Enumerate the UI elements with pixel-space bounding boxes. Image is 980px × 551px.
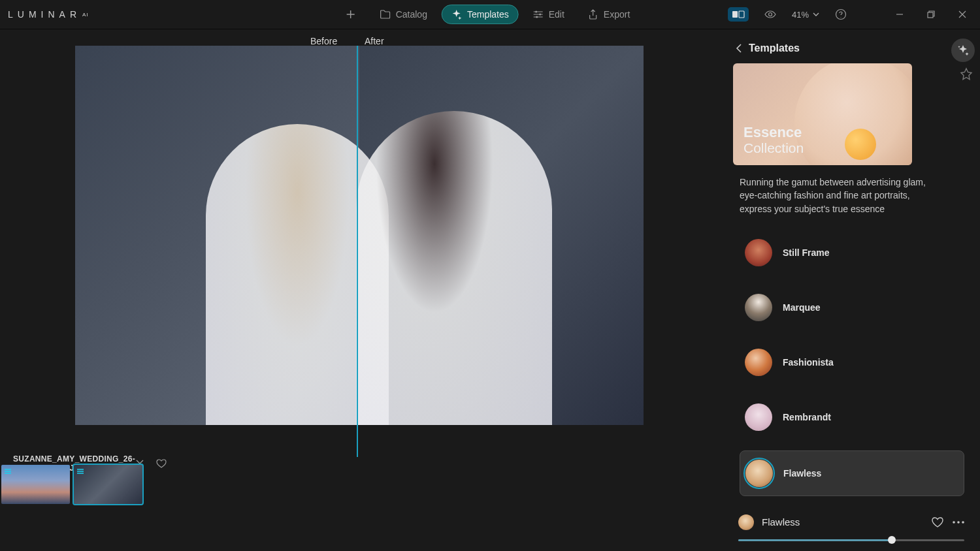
applied-thumbnail <box>738 514 754 530</box>
close-button[interactable] <box>953 5 972 24</box>
nav-label: Edit <box>549 9 564 20</box>
sparkle-icon <box>451 9 462 20</box>
nav-edit[interactable]: Edit <box>524 5 574 24</box>
preview-button[interactable] <box>760 5 780 24</box>
svg-point-1 <box>539 14 541 16</box>
compare-divider-extension <box>357 59 358 457</box>
slider-fill <box>738 539 892 541</box>
svg-point-0 <box>535 11 537 13</box>
favorite-button[interactable] <box>156 459 167 468</box>
svg-point-10 <box>962 521 964 524</box>
compare-icon <box>732 10 745 19</box>
template-name: Fashionista <box>783 357 834 368</box>
minimize-icon <box>896 10 904 18</box>
more-icon <box>953 521 964 524</box>
heart-icon <box>156 459 167 468</box>
template-name: Rembrandt <box>783 412 831 422</box>
svg-point-8 <box>953 521 955 524</box>
heart-icon <box>932 517 943 527</box>
help-icon <box>835 8 847 20</box>
template-list: Still Frame Marquee Fashionista Rembrand… <box>720 231 980 496</box>
template-thumbnail <box>745 460 773 487</box>
template-item-rembrandt[interactable]: Rembrandt <box>740 396 964 439</box>
zoom-value: 41% <box>792 10 809 20</box>
titlebar: LUMINARAI Catalog Templates Edit Export <box>0 0 980 29</box>
image-viewport[interactable] <box>75 46 644 425</box>
nav-label: Catalog <box>396 9 427 20</box>
after-label: After <box>365 36 384 46</box>
close-icon <box>958 10 966 18</box>
svg-rect-7 <box>928 12 933 18</box>
svg-point-5 <box>768 13 772 16</box>
zoom-control[interactable]: 41% <box>792 10 819 20</box>
template-item-still-frame[interactable]: Still Frame <box>740 231 964 274</box>
template-thumbnail <box>745 403 772 431</box>
sidebar-title: Templates <box>749 42 800 54</box>
right-controls: 41% <box>728 5 972 24</box>
template-item-marquee[interactable]: Marquee <box>740 286 964 329</box>
template-name: Flawless <box>783 468 821 479</box>
template-item-flawless[interactable]: Flawless <box>740 450 964 496</box>
plus-icon <box>346 9 356 20</box>
canvas-area: Before After SUZANNE_AMY_WEDDING_26-09-2… <box>0 29 720 551</box>
app-name: LUMINAR <box>8 9 81 20</box>
eye-icon <box>764 10 777 19</box>
nav-templates[interactable]: Templates <box>442 5 519 24</box>
template-menu-button[interactable] <box>953 521 964 524</box>
minimize-button[interactable] <box>890 5 909 24</box>
templates-sidebar: Templates Essence Collection Running the… <box>720 29 980 551</box>
folder-icon <box>380 9 391 20</box>
sparkle-icon <box>956 44 970 57</box>
back-button[interactable] <box>736 43 742 54</box>
favorite-template-button[interactable] <box>932 517 943 527</box>
main-nav: Catalog Templates Edit Export <box>341 5 640 24</box>
template-name: Marquee <box>783 302 821 313</box>
template-item-fashionista[interactable]: Fashionista <box>740 341 964 384</box>
collection-title: Essence <box>743 125 804 140</box>
help-button[interactable] <box>831 5 851 24</box>
nav-label: Export <box>604 9 630 20</box>
applied-template-name: Flawless <box>762 516 924 527</box>
app-suffix: AI <box>82 12 89 18</box>
template-name: Still Frame <box>783 247 830 258</box>
intensity-slider[interactable] <box>738 539 964 541</box>
template-thumbnail <box>745 239 772 266</box>
compare-view-toggle[interactable] <box>728 7 749 22</box>
favorite-collection-button[interactable] <box>959 67 973 82</box>
nav-catalog[interactable]: Catalog <box>371 5 436 24</box>
maximize-button[interactable] <box>921 5 941 24</box>
sliders-icon <box>533 9 544 20</box>
collection-card[interactable]: Essence Collection <box>733 63 912 165</box>
before-label: Before <box>310 36 337 46</box>
maximize-icon <box>927 10 935 18</box>
collection-description: Running the gamut between advertising gl… <box>740 176 942 215</box>
thumbnail[interactable] <box>1 465 70 504</box>
add-button[interactable] <box>341 5 361 24</box>
template-thumbnail <box>745 349 772 376</box>
edited-badge-icon <box>76 467 85 476</box>
app-logo: LUMINARAI <box>8 9 89 20</box>
export-icon <box>588 9 598 20</box>
nav-export[interactable]: Export <box>579 5 639 24</box>
template-thumbnail <box>745 294 772 321</box>
nav-label: Templates <box>467 9 509 20</box>
chevron-down-icon <box>813 12 819 16</box>
applied-template-bar: Flawless <box>738 514 964 541</box>
svg-point-9 <box>957 521 960 524</box>
filmstrip <box>1 465 142 504</box>
svg-rect-4 <box>739 11 744 18</box>
collection-subtitle: Collection <box>743 140 804 156</box>
thumbnail[interactable] <box>74 465 142 504</box>
star-icon <box>959 67 973 82</box>
slider-thumb[interactable] <box>888 536 896 544</box>
svg-point-2 <box>536 16 538 18</box>
edited-badge-icon <box>3 467 12 476</box>
svg-rect-3 <box>732 11 738 18</box>
ai-suggestions-button[interactable] <box>951 39 975 62</box>
chevron-left-icon <box>736 43 742 54</box>
